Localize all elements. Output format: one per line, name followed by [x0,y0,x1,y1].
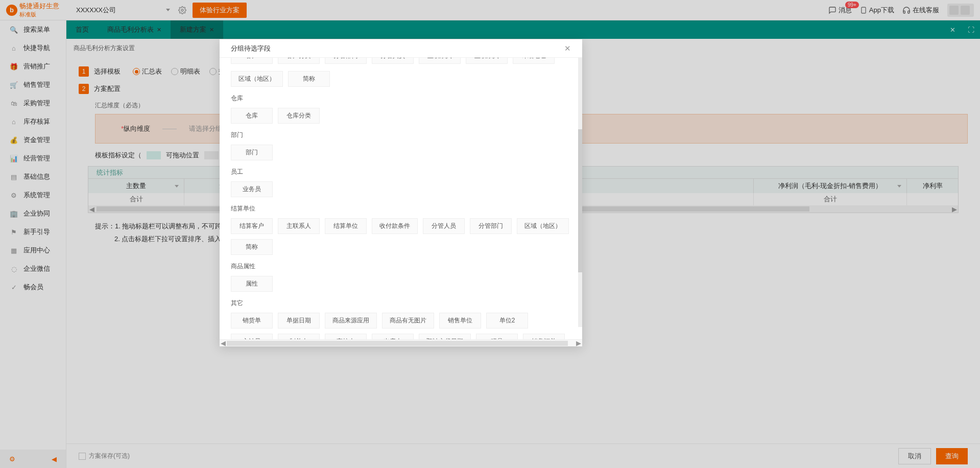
field-chip[interactable]: 预计交货日期 [419,334,471,339]
field-chip[interactable]: 简称 [288,71,330,87]
field-group: 部门部门 [231,131,571,160]
field-chip[interactable]: 主联系人 [419,58,461,64]
modal-vertical-scrollbar[interactable] [578,58,582,327]
field-chip[interactable]: 部门 [231,145,273,160]
field-chip[interactable]: 区域（地区） [231,71,283,87]
field-chip[interactable]: 分管部门 [325,58,367,64]
field-chip[interactable]: 分管人员 [372,58,414,64]
field-chip[interactable]: 仓库 [231,108,273,124]
field-chip[interactable]: 收付款条件 [372,218,418,234]
field-group-title: 员工 [231,168,571,176]
field-row: 业务员 [231,181,571,197]
field-chip[interactable]: 分管人员 [423,218,465,234]
field-chip[interactable]: 商品来源应用 [325,313,377,329]
field-chip[interactable]: 单位2 [486,313,528,329]
field-chip[interactable]: 赠品 [476,334,518,339]
field-group-title: 商品属性 [231,262,571,271]
field-group: 结算单位结算客户主联系人结算单位收付款条件分管人员分管部门区域（地区）简称 [231,204,571,255]
field-chip[interactable]: 客户 [231,58,273,64]
field-group: 商品属性属性 [231,262,571,292]
field-chip[interactable]: 结算单位 [325,218,367,234]
field-chip[interactable]: 制单人 [278,334,320,339]
field-group-title: 仓库 [231,94,571,103]
field-chip[interactable]: 结算客户 [231,218,273,234]
field-row: 销货单单据日期商品来源应用商品有无图片销售单位单位2主计量制单人审核人出库人预计… [231,313,571,339]
modal-horizontal-scrollbar[interactable]: ◀ ▶ [220,339,582,346]
field-chip[interactable]: 商品有无图片 [382,313,434,329]
field-chip[interactable]: 主联系人 [278,218,320,234]
field-chip[interactable]: 业务员 [231,181,273,197]
field-chip[interactable]: 出库人 [372,334,414,339]
field-chip[interactable]: 主计量 [231,334,273,339]
field-group-title: 其它 [231,299,571,308]
field-row: 结算客户主联系人结算单位收付款条件分管人员分管部门区域（地区）简称 [231,218,571,255]
scroll-left-icon[interactable]: ◀ [220,339,227,347]
field-row: 仓库仓库分类 [231,108,571,124]
field-row: 部门 [231,145,571,160]
field-group: 仓库仓库仓库分类 [231,94,571,124]
field-chip[interactable]: 分管部门 [470,218,512,234]
modal-title: 分组待选字段 [231,44,271,53]
field-group-title: 结算单位 [231,204,571,213]
field-group: 区域（地区）简称 [231,71,571,87]
field-chip[interactable]: 销售单位 [439,313,481,329]
field-picker-modal: 分组待选字段 ✕ 客户 客户分类 分管部门 分管人员 主联系人 主联系人 详细地… [220,39,582,346]
field-chip[interactable]: 属性 [231,276,273,292]
modal-body: 客户 客户分类 分管部门 分管人员 主联系人 主联系人 详细地址 区域（地区）简… [220,58,582,339]
field-chip[interactable]: 单据日期 [278,313,320,329]
field-chip[interactable]: 详细地址 [513,58,555,64]
field-chip[interactable]: 仓库分类 [278,108,320,124]
field-row: 属性 [231,276,571,292]
field-row-partial: 客户 客户分类 分管部门 分管人员 主联系人 主联系人 详细地址 [231,58,571,64]
scroll-right-icon[interactable]: ▶ [575,339,582,347]
field-chip[interactable]: 主联系人 [466,58,508,64]
field-chip[interactable]: 销售订单 [523,334,565,339]
field-chip[interactable]: 区域（地区） [517,218,569,234]
scrollbar-thumb[interactable] [227,341,568,346]
field-chip[interactable]: 销货单 [231,313,273,329]
field-group-title: 部门 [231,131,571,139]
modal-header: 分组待选字段 ✕ [220,39,582,58]
close-icon[interactable]: ✕ [564,44,571,53]
field-row: 区域（地区）简称 [231,71,571,87]
field-group: 员工业务员 [231,168,571,197]
field-chip[interactable]: 客户分类 [278,58,320,64]
field-chip[interactable]: 审核人 [325,334,367,339]
field-chip[interactable]: 简称 [231,239,273,255]
scrollbar-thumb[interactable] [578,129,582,272]
field-group: 其它销货单单据日期商品来源应用商品有无图片销售单位单位2主计量制单人审核人出库人… [231,299,571,339]
